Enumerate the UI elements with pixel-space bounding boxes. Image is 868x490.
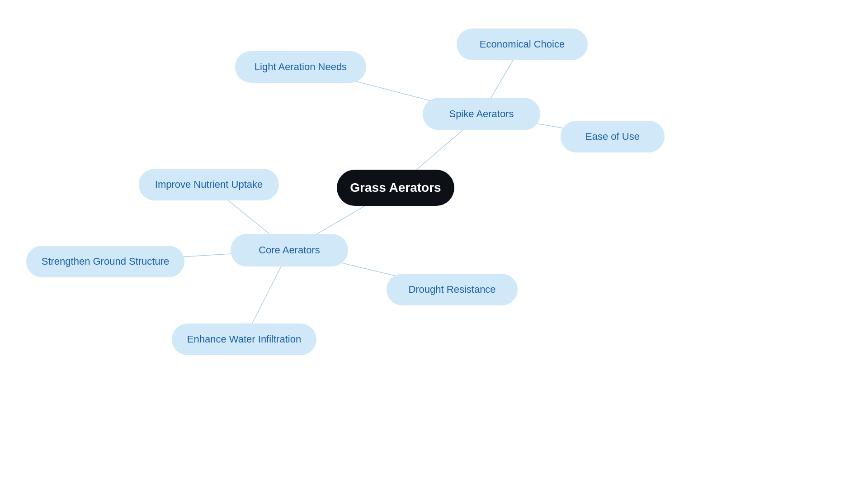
node-label: Core Aerators [259, 244, 320, 256]
node-spike-aerators[interactable]: Spike Aerators [423, 98, 540, 130]
node-label: Spike Aerators [449, 108, 514, 120]
node-ease-of-use[interactable]: Ease of Use [561, 121, 665, 152]
node-label: Light Aeration Needs [255, 61, 347, 73]
node-drought-resistance[interactable]: Drought Resistance [387, 274, 518, 305]
node-label: Strengthen Ground Structure [42, 256, 170, 267]
mind-map-container: Grass Aerators Spike Aerators Core Aerat… [0, 0, 868, 490]
node-label: Improve Nutrient Uptake [155, 179, 263, 190]
node-label: Economical Choice [480, 38, 565, 50]
node-economical-choice[interactable]: Economical Choice [457, 29, 588, 60]
node-label: Enhance Water Infiltration [187, 333, 301, 345]
connections-svg [0, 0, 868, 490]
node-strengthen-ground-structure[interactable]: Strengthen Ground Structure [26, 246, 184, 277]
node-label: Drought Resistance [408, 284, 495, 295]
node-light-aeration-needs[interactable]: Light Aeration Needs [235, 51, 366, 83]
node-label: Ease of Use [585, 131, 640, 143]
node-enhance-water-infiltration[interactable]: Enhance Water Infiltration [172, 323, 316, 355]
node-improve-nutrient-uptake[interactable]: Improve Nutrient Uptake [139, 169, 279, 200]
node-grass-aerators[interactable]: Grass Aerators [337, 170, 454, 206]
node-core-aerators[interactable]: Core Aerators [231, 234, 348, 266]
node-label: Grass Aerators [350, 181, 441, 195]
